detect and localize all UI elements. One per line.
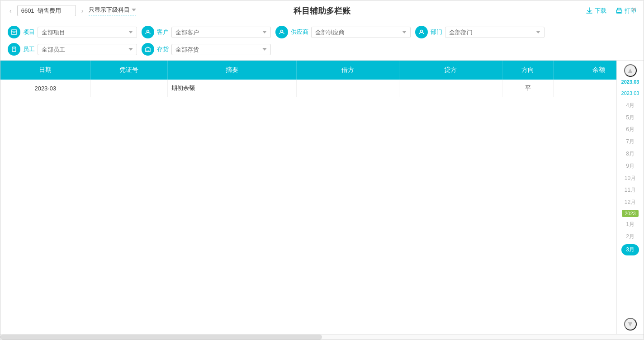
filter-inventory: 存货 全部存货 xyxy=(142,43,271,56)
timeline-item-11[interactable]: 11月 xyxy=(617,184,644,196)
table-wrap: 日期 凭证号 摘要 借方 贷方 方向 余额 2023-03 期初余额 xyxy=(0,61,644,334)
filter-employee: 员工 全部员工 xyxy=(8,43,137,56)
download-icon xyxy=(586,7,593,14)
timeline-item-4[interactable]: 4月 xyxy=(617,100,644,111)
scroll-bar-thumb xyxy=(0,335,322,340)
timeline-item-6[interactable]: 6月 xyxy=(617,124,644,135)
timeline-item-selected-2[interactable]: 2023.03 xyxy=(617,88,644,99)
account-code-input[interactable] xyxy=(17,5,76,16)
chevron-down-icon xyxy=(132,9,136,11)
title-right: 下载 打印 xyxy=(586,7,636,15)
timeline-item-5[interactable]: 5月 xyxy=(617,112,644,123)
timeline-up-button[interactable]: ▲ xyxy=(624,64,637,77)
col-credit: 贷方 xyxy=(399,61,502,80)
supplier-select[interactable]: 全部供应商 xyxy=(311,27,411,38)
inventory-select[interactable]: 全部存货 xyxy=(171,44,271,55)
timeline-panel: ▲ 2023.03 2023.03 4月 5月 6月 7月 8月 9月 10月 … xyxy=(616,61,644,334)
table-row: 2023-03 期初余额 平 xyxy=(0,80,644,97)
cell-debit xyxy=(296,80,399,97)
timeline-item-8[interactable]: 8月 xyxy=(617,148,644,160)
svg-rect-8 xyxy=(12,47,16,52)
filter-customer: 客户 全部客户 xyxy=(142,26,271,38)
nav-prev-button[interactable]: ‹ xyxy=(8,6,14,15)
scroll-bar[interactable] xyxy=(0,334,644,340)
department-select[interactable]: 全部部门 xyxy=(445,27,545,38)
timeline-item-feb[interactable]: 2月 xyxy=(617,231,644,242)
svg-point-6 xyxy=(281,30,283,33)
project-label: 项目 xyxy=(23,28,35,36)
customer-select[interactable]: 全部客户 xyxy=(171,27,271,38)
filter-department: 部门 全部部门 xyxy=(415,26,545,38)
employee-label: 员工 xyxy=(23,45,35,53)
cell-direction: 平 xyxy=(502,80,554,97)
employee-icon xyxy=(8,43,20,56)
timeline-item-mar-active[interactable]: 3月 xyxy=(621,244,639,255)
page-title: 科目辅助多栏账 xyxy=(294,5,350,16)
show-sub-label: 只显示下级科目 xyxy=(89,6,130,14)
timeline-item-12[interactable]: 12月 xyxy=(617,197,644,208)
show-sub-select[interactable]: 只显示下级科目 xyxy=(89,6,136,15)
customer-label: 客户 xyxy=(157,28,169,36)
svg-rect-2 xyxy=(11,30,17,34)
cell-voucher xyxy=(90,80,168,97)
customer-icon xyxy=(142,26,154,38)
supplier-label: 供应商 xyxy=(291,28,308,36)
col-summary: 摘要 xyxy=(168,61,296,80)
timeline-down-button[interactable]: ▼ xyxy=(624,318,637,331)
svg-rect-1 xyxy=(617,12,621,13)
project-icon xyxy=(8,26,20,38)
filter-bar: 项目 全部项目 客户 全部客户 供应商 全部供应商 xyxy=(0,21,644,61)
filter-project: 项目 全部项目 xyxy=(8,26,137,38)
close-button[interactable]: × xyxy=(631,5,636,14)
cell-summary: 期初余额 xyxy=(168,80,296,97)
title-bar: ‹ › 只显示下级科目 科目辅助多栏账 下载 打印 × xyxy=(0,0,644,21)
col-date: 日期 xyxy=(0,61,90,80)
project-select[interactable]: 全部项目 xyxy=(38,27,137,38)
department-icon xyxy=(415,26,428,38)
svg-point-5 xyxy=(147,30,149,33)
timeline-item-10[interactable]: 10月 xyxy=(617,173,644,184)
print-icon xyxy=(616,7,623,14)
inventory-label: 存货 xyxy=(157,45,169,53)
timeline-item-7[interactable]: 7月 xyxy=(617,136,644,147)
year-badge[interactable]: 2023 xyxy=(622,210,638,217)
filter-supplier: 供应商 全部供应商 xyxy=(275,26,411,38)
download-button[interactable]: 下载 xyxy=(586,7,606,15)
nav-next-button[interactable]: › xyxy=(80,6,85,15)
inventory-icon xyxy=(142,43,154,56)
timeline-item-9[interactable]: 9月 xyxy=(617,161,644,172)
title-left: ‹ › 只显示下级科目 xyxy=(8,5,136,16)
ledger-table: 日期 凭证号 摘要 借方 贷方 方向 余额 2023-03 期初余额 xyxy=(0,61,644,97)
timeline-item-selected-1[interactable]: 2023.03 xyxy=(617,77,644,87)
svg-point-7 xyxy=(421,30,423,33)
col-voucher: 凭证号 xyxy=(90,61,168,80)
supplier-icon xyxy=(275,26,288,38)
timeline-items: 2023.03 2023.03 4月 5月 6月 7月 8月 9月 10月 11… xyxy=(617,77,644,318)
employee-select[interactable]: 全部员工 xyxy=(38,44,137,55)
main-window: ‹ › 只显示下级科目 科目辅助多栏账 下载 打印 × xyxy=(0,0,644,340)
cell-date: 2023-03 xyxy=(0,80,90,97)
col-debit: 借方 xyxy=(296,61,399,80)
timeline-item-jan[interactable]: 1月 xyxy=(617,219,644,230)
col-direction: 方向 xyxy=(502,61,554,80)
department-label: 部门 xyxy=(431,28,442,36)
cell-credit xyxy=(399,80,502,97)
